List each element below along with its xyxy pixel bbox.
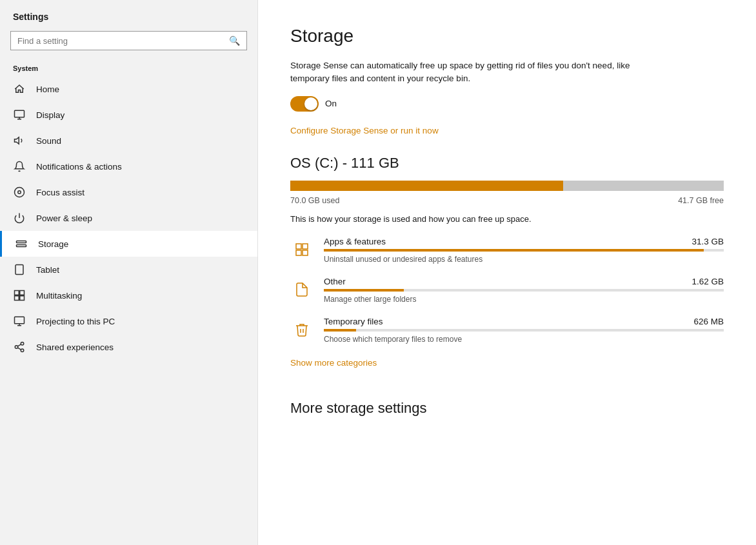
apps-features-bar — [324, 249, 724, 252]
svg-rect-0 — [15, 110, 25, 117]
drive-section: OS (C:) - 111 GB 70.0 GB used 41.7 GB fr… — [290, 155, 724, 387]
apps-features-icon — [290, 238, 313, 261]
search-icon[interactable]: 🔍 — [229, 35, 240, 46]
svg-rect-13 — [15, 317, 25, 324]
drive-used-label: 70.0 GB used — [290, 196, 339, 205]
apps-features-size: 31.3 GB — [691, 237, 724, 246]
svg-rect-20 — [303, 244, 308, 249]
sidebar-item-multitasking[interactable]: Multitasking — [0, 282, 257, 308]
temp-files-size: 626 MB — [693, 317, 724, 326]
search-input[interactable] — [17, 36, 229, 46]
sidebar-item-label-multitasking: Multitasking — [36, 291, 82, 301]
temp-files-name: Temporary files — [324, 317, 383, 326]
sidebar-item-home[interactable]: Home — [0, 76, 257, 102]
sidebar-item-label-display: Display — [36, 110, 65, 120]
sidebar-item-label-home: Home — [36, 84, 59, 94]
nav-list: Home Display Sound Notifications & actio… — [0, 76, 257, 360]
svg-rect-12 — [20, 296, 25, 301]
storage-items-list: Apps & features 31.3 GB Uninstall unused… — [290, 237, 724, 344]
svg-point-2 — [15, 188, 25, 197]
other-header: Other 1.62 GB — [324, 277, 724, 286]
sidebar-item-projecting[interactable]: Projecting to this PC — [0, 308, 257, 334]
other-name: Other — [324, 277, 346, 286]
apps-features-header: Apps & features 31.3 GB — [324, 237, 724, 246]
drive-free-label: 41.7 GB free — [678, 196, 724, 205]
sound-icon — [13, 134, 26, 147]
storage-item-other[interactable]: Other 1.62 GB Manage other large folders — [290, 277, 724, 304]
drive-bar-container — [290, 181, 724, 191]
apps-features-body: Apps & features 31.3 GB Uninstall unused… — [324, 237, 724, 264]
sidebar-item-power[interactable]: Power & sleep — [0, 205, 257, 231]
sidebar-item-label-storage: Storage — [38, 239, 68, 249]
shared-icon — [13, 341, 26, 353]
drive-meta: 70.0 GB used 41.7 GB free — [290, 196, 724, 205]
sidebar-item-label-notifications: Notifications & actions — [36, 162, 122, 172]
other-bar-fill — [324, 289, 404, 292]
sidebar-item-tablet[interactable]: Tablet — [0, 257, 257, 282]
other-size: 1.62 GB — [691, 277, 724, 286]
display-icon — [13, 108, 26, 121]
storage-item-temp-files[interactable]: Temporary files 626 MB Choose which temp… — [290, 317, 724, 344]
other-bar — [324, 289, 724, 292]
sidebar-item-label-sound: Sound — [36, 136, 61, 146]
drive-bar-used — [290, 181, 563, 191]
apps-features-bar-fill — [324, 249, 704, 252]
multitasking-icon — [13, 289, 26, 302]
focus-icon — [13, 186, 26, 199]
sidebar-item-label-tablet: Tablet — [36, 265, 59, 275]
temp-files-icon — [290, 318, 313, 341]
temp-files-bar-fill — [324, 329, 356, 332]
sidebar-item-notifications[interactable]: Notifications & actions — [0, 154, 257, 179]
sidebar-item-label-focus: Focus assist — [36, 188, 85, 197]
sidebar-item-display[interactable]: Display — [0, 102, 257, 128]
app-title: Settings — [0, 0, 257, 28]
drive-title: OS (C:) - 111 GB — [290, 155, 724, 172]
sidebar-item-label-shared: Shared experiences — [36, 342, 114, 352]
temp-files-header: Temporary files 626 MB — [324, 317, 724, 326]
svg-point-16 — [21, 349, 24, 352]
svg-rect-5 — [17, 241, 26, 243]
configure-link[interactable]: Configure Storage Sense or run it now — [290, 126, 439, 135]
svg-rect-6 — [17, 245, 26, 247]
svg-rect-10 — [20, 291, 25, 295]
tablet-icon — [13, 263, 26, 276]
show-more-link[interactable]: Show more categories — [290, 358, 377, 368]
svg-point-3 — [18, 191, 21, 194]
storage-description: Storage Sense can automatically free up … — [290, 59, 652, 86]
sidebar-item-label-projecting: Projecting to this PC — [36, 317, 115, 326]
more-settings-title: More storage settings — [290, 400, 724, 417]
home-icon — [13, 83, 26, 95]
svg-point-14 — [21, 342, 24, 346]
toggle-state-label: On — [325, 99, 337, 108]
other-sub: Manage other large folders — [324, 295, 724, 304]
temp-files-body: Temporary files 626 MB Choose which temp… — [324, 317, 724, 344]
storage-icon — [15, 237, 28, 250]
svg-rect-22 — [303, 250, 308, 255]
other-icon — [290, 278, 313, 301]
sidebar: Settings 🔍 System Home Display Sound Not… — [0, 0, 258, 545]
svg-point-15 — [15, 346, 18, 349]
storage-item-apps-features[interactable]: Apps & features 31.3 GB Uninstall unused… — [290, 237, 724, 264]
svg-rect-9 — [15, 291, 19, 295]
svg-rect-11 — [15, 296, 19, 301]
drive-description: This is how your storage is used and how… — [290, 214, 724, 224]
search-box[interactable]: 🔍 — [10, 31, 247, 50]
svg-rect-21 — [296, 250, 301, 255]
power-icon — [13, 212, 26, 224]
storage-sense-toggle[interactable] — [290, 96, 319, 112]
sidebar-item-sound[interactable]: Sound — [0, 128, 257, 154]
section-system-label: System — [0, 58, 257, 76]
svg-line-18 — [17, 344, 21, 346]
sidebar-item-storage[interactable]: Storage — [0, 231, 257, 257]
apps-features-sub: Uninstall unused or undesired apps & fea… — [324, 255, 724, 264]
notifications-icon — [13, 160, 26, 173]
other-body: Other 1.62 GB Manage other large folders — [324, 277, 724, 304]
sidebar-item-label-power: Power & sleep — [36, 213, 92, 223]
svg-line-17 — [17, 348, 21, 350]
projecting-icon — [13, 315, 26, 328]
temp-files-sub: Choose which temporary files to remove — [324, 335, 724, 344]
sidebar-item-shared[interactable]: Shared experiences — [0, 334, 257, 360]
sidebar-item-focus[interactable]: Focus assist — [0, 179, 257, 205]
toggle-knob — [304, 97, 317, 110]
page-title: Storage — [290, 26, 724, 46]
